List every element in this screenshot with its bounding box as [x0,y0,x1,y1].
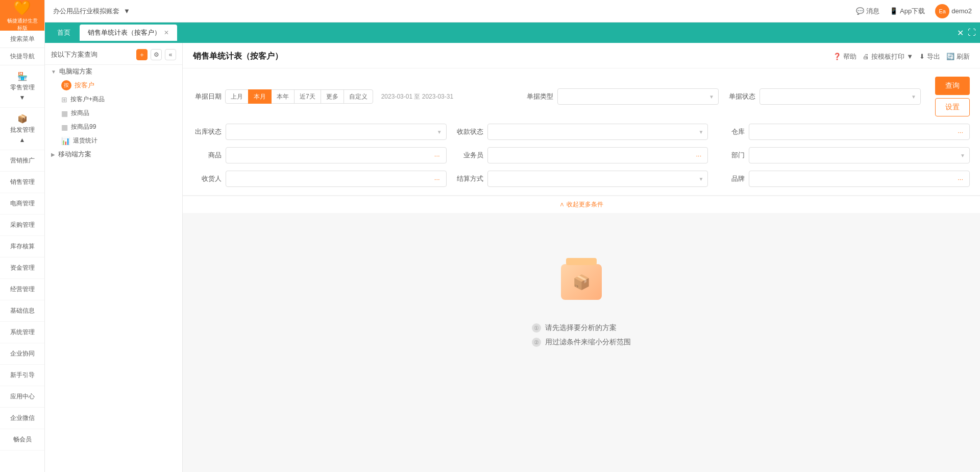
sidebar-item-ecommerce[interactable]: 电商管理 [0,193,44,215]
query-button[interactable]: 查询 [935,77,970,95]
dropdown-arrow[interactable]: ▼ [124,7,130,15]
sidebar-item-wholesale[interactable]: 📦 批发管理 ▲ [0,108,44,150]
filter-area: 单据日期 上月 本月 本年 近7天 更多 自定义 2023-03-01 至 20… [183,68,980,196]
sidebar-item-newbie[interactable]: 新手引导 [0,365,44,386]
page-title: 销售单统计表（按客户） [193,51,283,62]
sidebar-item-operations[interactable]: 经营管理 [0,279,44,300]
scheme-by-customer[interactable]: 按 按客户 [61,78,182,92]
sidebar-item-appcenter[interactable]: 应用中心 [0,386,44,408]
settlement-arrow-icon: ▼ [698,176,703,182]
hint-number-1: ① [532,323,541,333]
add-scheme-button[interactable]: ＋ [136,49,148,60]
sidebar-item-purchase[interactable]: 采购管理 [0,215,44,236]
salesman-dots[interactable]: ··· [694,152,704,159]
scheme-by-goods[interactable]: ▦ 按商品 [61,106,182,120]
empty-text: ① 请先选择要分析的方案 ② 用过滤条件来缩小分析范围 [532,323,631,347]
collection-label: 收款状态 [455,127,483,136]
print-button[interactable]: 🖨 按模板打印 ▼ [863,52,913,61]
page-actions: ❓ 帮助 🖨 按模板打印 ▼ ⬇ 导出 🔄 刷新 [833,52,970,61]
collection-select[interactable]: ▼ [487,124,708,140]
date-btn-7days[interactable]: 近7天 [294,89,321,104]
message-button[interactable]: 💬 消息 [856,7,879,16]
tab-sales-stats[interactable]: 销售单统计表（按客户） ✕ [80,25,177,41]
brand-select[interactable]: ··· [749,171,970,187]
settings-button[interactable]: 设置 [935,98,970,116]
sidebar-item-inventory[interactable]: 库存核算 [0,236,44,257]
warehouse-dots[interactable]: ··· [955,128,965,136]
header-right: 💬 消息 📱 App下载 Ea demo2 [856,4,972,18]
goods-dots[interactable]: ··· [432,152,442,159]
date-range-display: 2023-03-01 至 2023-03-31 [381,92,453,101]
tree-children: 按 按客户 ⊞ 按客户+商品 ▦ 按商品 ▦ 按商品99 📊 退货统计 [45,78,182,148]
date-btn-current-month[interactable]: 本月 [248,89,272,104]
date-btn-last-month[interactable]: 上月 [225,89,249,104]
filter-collection: 收款状态 ▼ [455,124,708,140]
date-btn-more[interactable]: 更多 [321,89,344,104]
doc-status-label: 单据状态 [727,92,755,101]
top-header: 办公用品行业模拟账套 ▼ 💬 消息 📱 App下载 Ea demo2 [45,0,980,22]
sidebar-quicknav[interactable]: 快捷导航 [0,48,44,65]
collapse-icon: ∧ [559,201,565,208]
app-download-button[interactable]: 📱 App下载 [890,7,925,16]
sidebar-item-basic[interactable]: 基础信息 [0,300,44,322]
window-maximize-icon[interactable]: ⛶ [968,28,976,37]
scheme-customer-goods[interactable]: ⊞ 按客户+商品 [61,92,182,106]
window-close-icon[interactable]: ✕ [957,28,964,38]
collection-arrow-icon: ▼ [698,129,703,135]
doc-status-select[interactable]: ▼ [760,88,921,105]
collapse-panel-button[interactable]: « [165,49,176,60]
refresh-button[interactable]: 🔄 刷新 [946,52,970,61]
active-dot: 按 [61,80,71,90]
tab-bar: 首页 销售单统计表（按客户） ✕ ✕ ⛶ [45,22,980,43]
sidebar-item-collab[interactable]: 企业协同 [0,343,44,365]
empty-hint-1: ① 请先选择要分析的方案 [532,323,617,333]
settlement-label: 结算方式 [455,174,483,183]
out-status-select[interactable]: ▼ [226,124,447,140]
logo-text: 畅捷通好生意 [7,17,38,25]
scheme-goods99[interactable]: ▦ 按商品99 [61,120,182,134]
sidebar-item-finance[interactable]: 资金管理 [0,257,44,279]
sidebar-item-system[interactable]: 系统管理 [0,322,44,343]
left-panel: 按以下方案查询 ＋ ⚙ « ▼ 电脑端方案 按 按客户 ⊞ 按客户+商品 [45,43,183,472]
sidebar-item-member[interactable]: 畅会员 [0,429,44,451]
sidebar-item-wechat[interactable]: 企业微信 [0,408,44,429]
brand-dots[interactable]: ··· [955,175,965,183]
box-icon: 📦 [573,274,591,291]
tab-close-icon[interactable]: ✕ [164,29,169,36]
department-select[interactable]: ▼ [749,147,970,163]
out-status-arrow-icon: ▼ [437,129,442,135]
sidebar-search[interactable]: 搜索菜单 [0,31,44,48]
filter-settlement: 结算方式 ▼ [455,171,708,187]
sidebar-item-retail[interactable]: 🏪 零售管理 ▼ [0,65,44,108]
collapse-bar[interactable]: ∧ 收起更多条件 [183,196,980,213]
settlement-select[interactable]: ▼ [487,171,708,187]
tree-section-desktop[interactable]: ▼ 电脑端方案 [45,65,182,78]
sidebar-item-marketing[interactable]: 营销推广 [0,150,44,172]
recipient-dots[interactable]: ··· [432,175,442,183]
date-btn-custom[interactable]: 自定义 [344,89,373,104]
warehouse-select[interactable]: ··· [749,124,970,140]
company-name: 办公用品行业模拟账套 [53,7,119,16]
brand-label: 品牌 [716,174,745,183]
app-logo[interactable]: 🧡 畅捷通好生意 标版 [0,0,45,31]
export-button[interactable]: ⬇ 导出 [919,52,940,61]
help-button[interactable]: ❓ 帮助 [833,52,856,61]
goods-select[interactable]: ··· [226,147,447,163]
table-icon: ▦ [61,109,68,117]
salesman-select[interactable]: ··· [487,147,708,163]
collapse-label: 收起更多条件 [567,201,603,208]
wholesale-icon: 📦 [17,114,28,124]
tab-home[interactable]: 首页 [49,25,79,41]
date-btn-current-year[interactable]: 本年 [271,89,295,104]
tree-section-mobile[interactable]: ▶ 移动端方案 [45,148,182,161]
recipient-select[interactable]: ··· [226,171,447,187]
filter-row-1: 单据日期 上月 本月 本年 近7天 更多 自定义 2023-03-01 至 20… [193,77,970,116]
sidebar-item-sales[interactable]: 销售管理 [0,172,44,193]
scheme-return-stats[interactable]: 📊 退货统计 [61,134,182,148]
user-menu[interactable]: Ea demo2 [935,4,972,18]
settings-scheme-button[interactable]: ⚙ [151,49,162,60]
panel-actions: ＋ ⚙ « [136,49,176,60]
doc-type-select[interactable]: ▼ [557,88,719,105]
recipient-label: 收货人 [193,174,222,183]
filter-out-status: 出库状态 ▼ [193,124,447,140]
